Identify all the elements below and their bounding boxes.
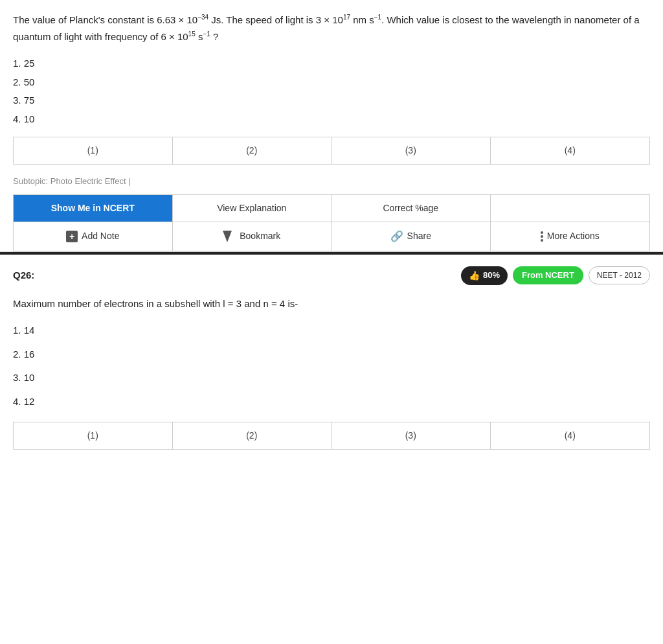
q26-option-1[interactable]: 1. 14 bbox=[13, 323, 650, 338]
q25-option-3[interactable]: 3. 75 bbox=[13, 93, 650, 108]
page: The value of Planck's constant is 6.63 ×… bbox=[0, 0, 663, 450]
q25-question-text: The value of Planck's constant is 6.63 ×… bbox=[13, 12, 650, 45]
q26-badges: 👍 80% From NCERT NEET - 2012 bbox=[461, 266, 650, 285]
q25-answer-3[interactable]: (3) bbox=[332, 137, 491, 164]
q25-answer-2[interactable]: (2) bbox=[173, 137, 332, 164]
q26-card: Q26: 👍 80% From NCERT NEET - 2012 Maximu… bbox=[0, 255, 663, 450]
correct-percentage-button[interactable]: Correct %age bbox=[332, 195, 491, 222]
q25-answer-grid: (1) (2) (3) (4) bbox=[13, 137, 650, 165]
q26-question-text: Maximum number of electrons in a subshel… bbox=[13, 295, 650, 312]
q26-header: Q26: 👍 80% From NCERT NEET - 2012 bbox=[13, 266, 650, 285]
q25-answer-1[interactable]: (1) bbox=[14, 137, 173, 164]
bookmark-label: Bookmark bbox=[240, 229, 280, 243]
bookmark-icon bbox=[223, 231, 232, 242]
q25-option-2[interactable]: 2. 50 bbox=[13, 75, 650, 90]
q26-answer-2[interactable]: (2) bbox=[173, 422, 332, 449]
bookmark-button[interactable]: Bookmark bbox=[173, 222, 332, 251]
q26-option-4[interactable]: 4. 12 bbox=[13, 395, 650, 409]
more-actions-icon bbox=[541, 231, 543, 242]
q25-answer-4[interactable]: (4) bbox=[491, 137, 650, 164]
share-label: Share bbox=[407, 229, 431, 243]
q25-options-list: 1. 25 2. 50 3. 75 4. 10 bbox=[13, 56, 650, 126]
q25-action-bar: Show Me in NCERT View Explanation Correc… bbox=[13, 194, 650, 222]
q26-percent-badge: 👍 80% bbox=[461, 266, 508, 285]
q26-ncert-badge: From NCERT bbox=[513, 266, 583, 284]
q25-bottom-action-bar: Add Note Bookmark 🔗 Share More Actions bbox=[13, 222, 650, 251]
q26-option-3[interactable]: 3. 10 bbox=[13, 371, 650, 385]
q26-label: Q26: bbox=[13, 268, 34, 283]
add-note-icon bbox=[66, 231, 78, 242]
q26-answer-4[interactable]: (4) bbox=[491, 422, 650, 449]
view-explanation-button[interactable]: View Explanation bbox=[173, 195, 332, 222]
show-ncert-button[interactable]: Show Me in NCERT bbox=[14, 195, 173, 222]
subtopic-value: Photo Electric Effect | bbox=[51, 176, 131, 186]
q26-neet-badge: NEET - 2012 bbox=[589, 266, 650, 284]
subtopic-label: Subtopic: bbox=[13, 176, 51, 186]
q25-option-4[interactable]: 4. 10 bbox=[13, 112, 650, 127]
q26-answer-3[interactable]: (3) bbox=[332, 422, 491, 449]
share-button[interactable]: 🔗 Share bbox=[332, 222, 491, 251]
q26-option-2[interactable]: 2. 16 bbox=[13, 347, 650, 362]
q26-options-list: 1. 14 2. 16 3. 10 4. 12 bbox=[13, 323, 650, 409]
more-actions-button[interactable]: More Actions bbox=[491, 222, 650, 251]
thumbs-up-icon: 👍 bbox=[469, 269, 480, 282]
q26-answer-1[interactable]: (1) bbox=[14, 422, 173, 449]
add-note-label: Add Note bbox=[82, 229, 119, 243]
q25-card: The value of Planck's constant is 6.63 ×… bbox=[0, 0, 663, 252]
q26-pct-value: 80% bbox=[483, 269, 500, 282]
q26-answer-grid: (1) (2) (3) (4) bbox=[13, 422, 650, 450]
share-icon: 🔗 bbox=[390, 229, 403, 244]
empty-action-cell bbox=[491, 195, 650, 222]
q25-subtopic: Subtopic: Photo Electric Effect | bbox=[13, 171, 650, 194]
add-note-button[interactable]: Add Note bbox=[14, 222, 173, 251]
q25-option-1[interactable]: 1. 25 bbox=[13, 56, 650, 71]
more-actions-label: More Actions bbox=[547, 229, 600, 243]
